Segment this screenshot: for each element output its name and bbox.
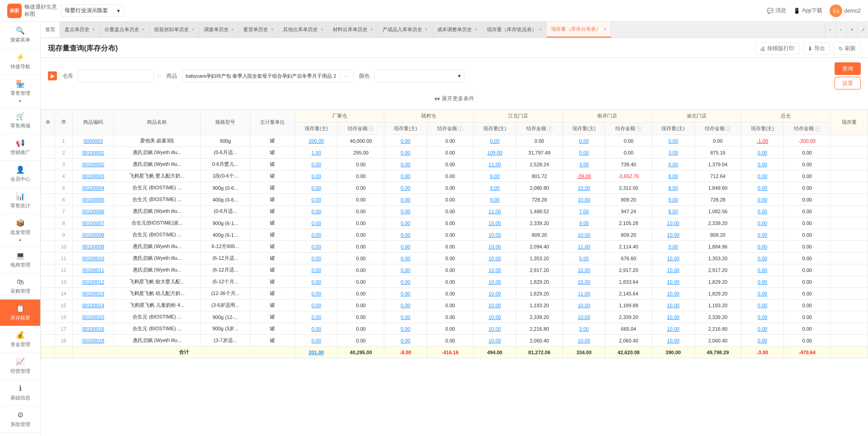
row-total-curr[interactable]: 0.00 bbox=[741, 311, 783, 323]
row-lucun-curr[interactable]: 0.00 bbox=[384, 135, 427, 147]
row-code[interactable]: 00100010 bbox=[73, 253, 114, 264]
row-jiangbei-curr[interactable]: 109.00 bbox=[473, 147, 516, 159]
row-changjia-curr[interactable]: 0.00 bbox=[295, 170, 338, 182]
sidebar-item-finance[interactable]: 💰资金管理 bbox=[0, 326, 40, 353]
row-jiangbei-curr[interactable]: 10.00 bbox=[473, 300, 516, 311]
filter-expand[interactable]: ▾▾ 展开更多条件 bbox=[48, 93, 861, 104]
tab-stock-dist[interactable]: 现存量（库存分布表）× bbox=[547, 22, 611, 38]
tab-close-material-out[interactable]: × bbox=[370, 27, 373, 32]
row-total-curr[interactable]: 0.00 bbox=[741, 288, 783, 300]
tab-assemble-disassemble[interactable]: 组装拆卸单历史× bbox=[150, 22, 199, 38]
row-nanan-curr[interactable]: 10.00 bbox=[563, 229, 605, 241]
row-nanan-curr[interactable]: 10.00 bbox=[563, 276, 605, 288]
row-nanan-curr[interactable]: 10.00 bbox=[563, 182, 605, 194]
row-nanan-curr[interactable]: 9.00 bbox=[563, 217, 605, 229]
row-changjia-curr[interactable]: 0.00 bbox=[295, 194, 338, 206]
row-jiangbei-curr[interactable]: 10.00 bbox=[473, 264, 516, 276]
row-code[interactable]: 00100018 bbox=[73, 335, 114, 347]
row-jiangbei-curr[interactable]: 11.00 bbox=[473, 159, 516, 170]
info-icon[interactable]: i bbox=[458, 126, 463, 131]
row-yubei-curr[interactable]: 9.00 bbox=[652, 241, 694, 253]
row-code[interactable]: 00100012 bbox=[73, 276, 114, 288]
info-icon[interactable]: i bbox=[547, 126, 552, 131]
row-yubei-curr[interactable]: 10.00 bbox=[652, 217, 694, 229]
row-yubei-curr[interactable]: 8.00 bbox=[652, 182, 694, 194]
row-jiangbei-curr[interactable]: 10.00 bbox=[473, 217, 516, 229]
row-yubei-curr[interactable]: 8.00 bbox=[652, 170, 694, 182]
row-changjia-curr[interactable]: 0.00 bbox=[295, 182, 338, 194]
sidebar-item-retail-stat[interactable]: 📊零售统计 bbox=[0, 188, 40, 214]
row-nanan-curr[interactable]: 7.00 bbox=[563, 206, 605, 217]
row-nanan-curr[interactable]: 0.00 bbox=[563, 147, 605, 159]
sidebar-item-marketing[interactable]: 📢营销推广 bbox=[0, 134, 40, 161]
row-code[interactable]: 00100009 bbox=[73, 241, 114, 253]
product-input[interactable] bbox=[182, 71, 340, 80]
tab-other-out[interactable]: 其他出库单历史× bbox=[278, 22, 328, 38]
row-lucun-curr[interactable]: 0.00 bbox=[384, 217, 427, 229]
row-yubei-curr[interactable]: 10.00 bbox=[652, 264, 694, 276]
row-yubei-curr[interactable]: 10.00 bbox=[652, 311, 694, 323]
row-jiangbei-curr[interactable]: 10.00 bbox=[473, 241, 516, 253]
app-download-btn[interactable]: 📱 App下载 bbox=[793, 7, 822, 14]
row-code[interactable]: 0000003 bbox=[73, 135, 114, 147]
row-jiangbei-curr[interactable]: 10.00 bbox=[473, 253, 516, 264]
row-code[interactable]: 00100003 bbox=[73, 170, 114, 182]
tab-requisition[interactable]: 要货单历史× bbox=[239, 22, 278, 38]
row-lucun-curr[interactable]: 0.00 bbox=[384, 288, 427, 300]
row-nanan-curr[interactable]: 0.00 bbox=[563, 135, 605, 147]
tab-close-requisition[interactable]: × bbox=[271, 27, 274, 32]
row-changjia-curr[interactable]: 1.00 bbox=[295, 147, 338, 159]
row-jiangbei-curr[interactable]: 10.00 bbox=[473, 323, 516, 335]
sidebar-item-operation[interactable]: 📈经营管理 bbox=[0, 353, 40, 380]
row-changjia-curr[interactable]: 0.00 bbox=[295, 206, 338, 217]
row-total-curr[interactable]: 0.00 bbox=[741, 276, 783, 288]
color-select[interactable]: ▾ bbox=[374, 70, 465, 82]
row-jiangbei-curr[interactable]: 0.00 bbox=[473, 135, 516, 147]
row-nanan-curr[interactable]: 5.00 bbox=[563, 253, 605, 264]
tab-close-stock-status[interactable]: × bbox=[539, 27, 542, 32]
tab-close-branch-inventory[interactable]: × bbox=[142, 27, 145, 32]
row-lucun-curr[interactable]: 0.00 bbox=[384, 276, 427, 288]
row-code[interactable]: 00100007 bbox=[73, 217, 114, 229]
row-yubei-curr[interactable]: 0.00 bbox=[652, 135, 694, 147]
row-nanan-curr[interactable]: 11.00 bbox=[563, 241, 605, 253]
tab-fullscreen-btn[interactable]: ⤢ bbox=[857, 22, 868, 38]
row-code[interactable]: 00100005 bbox=[73, 194, 114, 206]
message-btn[interactable]: 💬 消息 bbox=[767, 7, 786, 14]
row-nanan-curr[interactable]: 10.00 bbox=[563, 335, 605, 347]
row-total-curr[interactable]: 0.00 bbox=[741, 147, 783, 159]
tab-prev-btn[interactable]: ‹ bbox=[825, 22, 835, 38]
row-code[interactable]: 00100014 bbox=[73, 300, 114, 311]
row-total-curr[interactable]: 0.00 bbox=[741, 229, 783, 241]
tab-close-inventory-single[interactable]: × bbox=[92, 27, 95, 32]
sidebar-item-ecommerce[interactable]: 💻电商管理 bbox=[0, 247, 40, 273]
row-nanan-curr[interactable]: -39.00 bbox=[563, 170, 605, 182]
print-btn[interactable]: 🖨 按模版打印 bbox=[755, 42, 799, 55]
row-code[interactable]: 00100002 bbox=[73, 159, 114, 170]
row-code[interactable]: 00100016 bbox=[73, 323, 114, 335]
row-code[interactable]: 00100008 bbox=[73, 229, 114, 241]
row-nanan-curr[interactable]: 10.00 bbox=[563, 300, 605, 311]
row-nanan-curr[interactable]: 10.00 bbox=[563, 264, 605, 276]
tab-close-assemble-disassemble[interactable]: × bbox=[192, 27, 194, 32]
row-changjia-curr[interactable]: 0.00 bbox=[295, 159, 338, 170]
row-changjia-curr[interactable]: 0.00 bbox=[295, 288, 338, 300]
row-nanan-curr[interactable]: 3.00 bbox=[563, 323, 605, 335]
sidebar-item-corp[interactable]: 🤝企业协同 bbox=[0, 433, 40, 436]
row-jiangbei-curr[interactable]: 10.00 bbox=[473, 229, 516, 241]
row-changjia-curr[interactable]: 0.00 bbox=[295, 253, 338, 264]
tab-stock-status[interactable]: 现存量（库存状况表）× bbox=[482, 22, 547, 38]
row-yubei-curr[interactable]: 8.00 bbox=[652, 206, 694, 217]
row-nanan-curr[interactable]: 10.00 bbox=[563, 194, 605, 206]
row-lucun-curr[interactable]: 0.00 bbox=[384, 241, 427, 253]
warehouse-more-icon[interactable]: ··· bbox=[156, 73, 161, 79]
tab-close-other-out[interactable]: × bbox=[321, 27, 323, 32]
row-lucun-curr[interactable]: 0.00 bbox=[384, 194, 427, 206]
tab-close-stock-dist[interactable]: × bbox=[604, 27, 606, 32]
sidebar-item-system[interactable]: ⚙系统管理 bbox=[0, 406, 40, 433]
row-changjia-curr[interactable]: 0.00 bbox=[295, 300, 338, 311]
row-total-curr[interactable]: 0.00 bbox=[741, 194, 783, 206]
row-jiangbei-curr[interactable]: 10.00 bbox=[473, 276, 516, 288]
row-changjia-curr[interactable]: 0.00 bbox=[295, 229, 338, 241]
row-yubei-curr[interactable]: 10.00 bbox=[652, 276, 694, 288]
